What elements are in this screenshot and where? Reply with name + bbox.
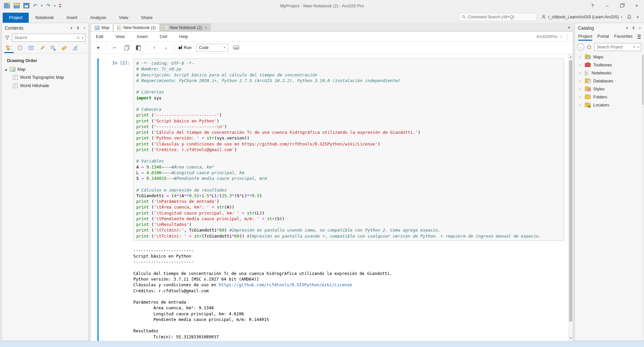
catalog-item-folders[interactable]: ▷Folders <box>575 93 644 101</box>
notebook-scrollbar[interactable]: ▲ ▼ <box>568 54 573 341</box>
notebook-menu-cell[interactable]: Cell <box>160 34 167 39</box>
code-line: L = 4.6106→——→#Longitud cauce principal,… <box>136 170 561 176</box>
undo-menu-caret-icon[interactable]: ▾ <box>41 4 43 7</box>
redo-menu-caret-icon[interactable]: ▾ <box>54 4 56 7</box>
scrollbar-thumb[interactable] <box>642 55 644 105</box>
expander-expanded-icon[interactable]: ◢ <box>4 68 8 71</box>
notifications-bell-icon[interactable] <box>627 14 632 20</box>
scrollbar-thumb[interactable] <box>569 60 572 322</box>
account-menu[interactable]: r_cfdtools_LearnArcGIS (Learn ArcGIS) ▾ <box>541 14 622 20</box>
expander-collapsed-icon[interactable]: ▷ <box>578 95 582 99</box>
minimize-button[interactable]: – <box>600 1 615 11</box>
list-by-selection-icon[interactable] <box>26 45 36 53</box>
layer-item[interactable]: ✓World Topographic Map <box>2 73 89 81</box>
ribbon-tab-share[interactable]: Share <box>135 13 159 23</box>
output-link[interactable]: https://github.com/rcfdtools/R.GISPython… <box>219 282 352 287</box>
layer-item[interactable]: ✓World Hillshade <box>2 81 89 90</box>
open-project-icon[interactable] <box>14 3 20 8</box>
paste-cell-icon[interactable] <box>134 44 142 52</box>
catalog-item-toolboxes[interactable]: ▷Toolboxes <box>575 61 644 69</box>
ribbon-tab-view[interactable]: View <box>113 13 135 23</box>
catalog-item-locators[interactable]: ▷Locators <box>575 101 644 109</box>
expander-collapsed-icon[interactable]: ▷ <box>578 87 582 91</box>
new-project-icon[interactable] <box>4 3 10 8</box>
document-tab-new-notebook-1-[interactable]: New Notebook (1) <box>114 24 159 31</box>
pin-icon[interactable] <box>631 26 636 30</box>
list-by-labeling-icon[interactable] <box>59 45 69 53</box>
ribbon-tab-insert[interactable]: Insert <box>60 13 84 23</box>
catalog-item-notebooks[interactable]: ▷Notebooks <box>575 69 644 77</box>
list-by-data-source-icon[interactable] <box>15 45 25 53</box>
expander-collapsed-icon[interactable]: ▷ <box>578 103 582 107</box>
close-tab-icon[interactable]: × <box>205 26 207 30</box>
catalog-tab-favorites[interactable]: Favorites <box>614 34 633 41</box>
expander-collapsed-icon[interactable]: ▷ <box>578 63 582 67</box>
notebook-menu-help[interactable]: Help <box>179 34 188 39</box>
notebook-menu-edit[interactable]: Edit <box>96 34 103 39</box>
list-by-editing-icon[interactable] <box>37 45 47 53</box>
catalog-search-input[interactable] <box>597 45 631 49</box>
filter-funnel-icon[interactable] <box>5 35 10 40</box>
list-by-snapping-icon[interactable] <box>48 45 58 53</box>
add-cell-button[interactable]: + <box>95 44 102 52</box>
ribbon-tab-analysis[interactable]: Analysis <box>84 13 113 23</box>
keyboard-shortcuts-icon[interactable] <box>232 44 240 52</box>
copy-cell-icon[interactable] <box>123 44 130 52</box>
panel-menu-caret-icon[interactable]: ▾ <box>70 26 72 30</box>
catalog-item-maps[interactable]: ▷Maps <box>575 53 644 61</box>
help-button[interactable]: ? <box>585 1 600 11</box>
catalog-search-box[interactable]: ▾ <box>594 43 641 51</box>
catalog-item-styles[interactable]: ▷Styles <box>575 85 644 93</box>
redo-icon[interactable]: ↷ <box>46 3 50 8</box>
undo-icon[interactable]: ↶ <box>33 3 37 8</box>
close-panel-icon[interactable]: × <box>639 26 641 30</box>
catalog-item-databases[interactable]: ▷Databases <box>575 77 644 85</box>
document-tab-new-notebook-2-[interactable]: New Notebook (2)× <box>160 24 210 31</box>
layer-checkbox[interactable]: ✓ <box>13 75 18 80</box>
search-options-caret-icon[interactable]: ▾ <box>82 36 83 39</box>
ribbon-tab-notebook[interactable]: Notebook <box>29 13 60 23</box>
expander-collapsed-icon[interactable]: ▷ <box>578 79 582 83</box>
notebook-menu-view[interactable]: View <box>115 34 125 39</box>
ribbon-collapse-icon[interactable]: ▾ <box>637 15 639 19</box>
catalog-menu-icon[interactable] <box>638 35 641 40</box>
scroll-up-icon[interactable]: ▲ <box>569 55 573 58</box>
contents-search-box[interactable]: ▾ <box>12 34 86 42</box>
notebook-menu-insert[interactable]: Insert <box>137 34 148 39</box>
move-cell-down-icon[interactable]: ↓ <box>162 44 170 52</box>
command-search-input[interactable] <box>468 15 534 19</box>
list-by-charts-icon[interactable] <box>70 45 80 53</box>
tab-list-caret-icon[interactable]: ▼ <box>568 26 571 29</box>
notebook-body[interactable]: In [2]: # -*- coding: UTF-8 -*-# Nombre:… <box>91 54 573 341</box>
catalog-scrollbar[interactable] <box>642 53 644 341</box>
contents-search-input[interactable] <box>14 35 75 40</box>
panel-menu-caret-icon[interactable]: ▾ <box>626 26 628 30</box>
map-tree-item[interactable]: ◢ Map <box>2 66 89 73</box>
close-button[interactable]: × <box>629 1 644 11</box>
scroll-down-icon[interactable]: ▼ <box>569 337 573 340</box>
maximize-button[interactable] <box>615 1 629 11</box>
catalog-tab-project[interactable]: Project <box>578 34 592 41</box>
layer-checkbox[interactable]: ✓ <box>13 83 18 88</box>
search-options-caret-icon[interactable]: ▾ <box>638 46 639 49</box>
account-caret-icon: ▾ <box>621 16 622 19</box>
cut-cell-icon[interactable]: ✂ <box>111 44 118 52</box>
customize-quick-access-icon[interactable]: ▾ <box>59 4 61 8</box>
list-by-drawing-order-icon[interactable] <box>4 45 14 53</box>
run-cell-button[interactable]: ▶ Run <box>179 45 192 50</box>
back-button[interactable]: ← <box>577 43 584 51</box>
expander-collapsed-icon[interactable]: ▷ <box>578 71 582 75</box>
expander-collapsed-icon[interactable]: ▷ <box>578 55 582 59</box>
cell-code-editor[interactable]: # -*- coding: UTF-8 -*-# Nombre: Tc_v0.p… <box>133 58 564 241</box>
cell-type-select[interactable]: Code ▾ <box>196 44 228 52</box>
document-tab-map[interactable]: Map <box>91 24 113 31</box>
ribbon-tab-project[interactable]: Project <box>3 13 29 23</box>
code-cell[interactable]: In [2]: # -*- coding: UTF-8 -*-# Nombre:… <box>97 58 564 341</box>
command-search[interactable] <box>459 13 536 21</box>
save-project-icon[interactable] <box>23 3 29 8</box>
catalog-tab-portal[interactable]: Portal <box>597 34 609 41</box>
close-panel-icon[interactable]: × <box>84 26 86 30</box>
pin-icon[interactable] <box>76 26 80 30</box>
move-cell-up-icon[interactable]: ↑ <box>151 44 158 52</box>
home-icon[interactable] <box>586 44 592 50</box>
